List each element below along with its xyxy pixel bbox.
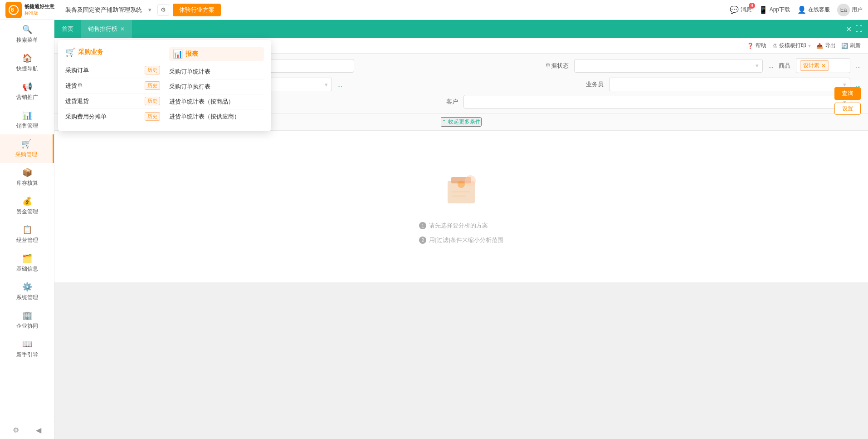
operations-icon: 📋 — [22, 225, 32, 235]
purchase-dropdown-menu: 🛒 采购业务 采购订单 历史 进货单 历史 进货退货 历史 采购费用分摊单 历史 — [58, 40, 271, 131]
history-badge-3: 历史 — [145, 112, 160, 121]
sidebar-item-finance[interactable]: 💰 资金管理 — [0, 192, 54, 220]
system-icon: ⚙️ — [22, 282, 32, 292]
dropdown-item-report-3[interactable]: 进货单统计表（按商品） — [169, 94, 264, 109]
dropdown-item-purchase-receipt[interactable]: 进货单 历史 — [65, 78, 160, 94]
collapse-btn[interactable]: ⌃ 收起更多条件 — [441, 117, 482, 127]
sidebar-item-enterprise[interactable]: 🏢 企业协同 — [0, 306, 54, 335]
export-icon: 📤 — [816, 43, 823, 49]
history-badge-1: 历史 — [145, 81, 160, 90]
report-col: 📊 报表 采购订单统计表 采购订单执行表 进货单统计表（按商品） 进货单统计表（… — [169, 47, 264, 124]
dropdown-item-purchase-order[interactable]: 采购订单 历史 — [65, 63, 160, 78]
svg-point-7 — [465, 175, 476, 186]
svg-text:6: 6 — [11, 7, 14, 13]
sidebar-item-basic[interactable]: 🗂️ 基础信息 — [0, 249, 54, 277]
ranking-more-btn[interactable]: ... — [337, 81, 342, 88]
purchase-col-title: 🛒 采购业务 — [65, 47, 160, 57]
purchase-col: 🛒 采购业务 采购订单 历史 进货单 历史 进货退货 历史 采购费用分摊单 历史 — [65, 47, 160, 124]
logo-icon: 6 — [5, 2, 22, 18]
sidebar-item-newbie[interactable]: 📖 新手引导 — [0, 335, 54, 363]
dropdown-item-report-1[interactable]: 采购订单统计表 — [169, 64, 264, 79]
history-badge-0: 历史 — [145, 66, 160, 74]
sidebar-item-quicknav[interactable]: 🏠 快捷导航 — [0, 49, 54, 77]
svg-rect-5 — [452, 191, 470, 192]
topbar: 6 畅捷通好生意 标准版 装备及固定资产辅助管理系统 ▾ ⚙ 体验行业方案 💬 … — [0, 0, 868, 20]
voucher-status-select[interactable]: ▾ — [574, 59, 763, 73]
inventory-icon: 📦 — [22, 168, 32, 178]
sidebar-item-operations[interactable]: 📋 经营管理 — [0, 220, 54, 249]
tab-fullscreen-btn[interactable]: ⛶ — [855, 25, 863, 33]
tab-close-btn[interactable]: ✕ — [120, 26, 125, 32]
customer-select[interactable]: ▾ — [463, 95, 851, 109]
sidebar-bottom: ⚙ ◀ — [0, 421, 54, 439]
sidebar-item-sales[interactable]: 📊 销售管理 — [0, 106, 54, 134]
dropdown-item-purchase-expense[interactable]: 采购费用分摊单 历史 — [65, 109, 160, 124]
industry-btn[interactable]: 体验行业方案 — [173, 4, 221, 16]
svg-rect-6 — [452, 195, 466, 197]
sidebar-item-system[interactable]: ⚙️ 系统管理 — [0, 277, 54, 306]
marketing-icon: 📢 — [22, 82, 32, 92]
topbar-right: 💬 消息 9 📱 App下载 👤 在线客服 Ea 用户 — [730, 4, 863, 16]
sidebar: 🔍 搜索菜单 🏠 快捷导航 📢 营销推广 📊 销售管理 🛒 采购管理 📦 库存核… — [0, 20, 54, 439]
user-btn[interactable]: Ea 用户 — [837, 4, 863, 16]
system-name: 装备及固定资产辅助管理系统 — [65, 6, 142, 14]
refresh-icon: 🔄 — [841, 43, 848, 49]
enterprise-icon: 🏢 — [22, 311, 32, 321]
query-btn-area: 查询 设置 — [834, 87, 861, 115]
logo-text: 畅捷通好生意 标准版 — [24, 3, 54, 16]
app-download-btn[interactable]: 📱 App下载 — [759, 5, 790, 14]
avatar: Ea — [837, 4, 850, 16]
message-btn[interactable]: 💬 消息 9 — [730, 5, 751, 14]
dropdown-item-purchase-return[interactable]: 进货退货 历史 — [65, 94, 160, 109]
report-col-title: 📊 报表 — [169, 47, 264, 61]
home-icon: 🏠 — [22, 53, 32, 63]
tab-home[interactable]: 首页 — [54, 20, 81, 38]
collapse-icon: ⌃ — [442, 119, 446, 125]
toolbar-right: ❓ 帮助 🖨 按模板打印 ▾ 📤 导出 🔄 刷新 — [747, 42, 861, 49]
goods-tag: 设计素 ✕ — [800, 60, 829, 71]
print-dropdown-icon: ▾ — [808, 43, 811, 49]
finance-icon: 💰 — [22, 196, 32, 206]
message-badge: 9 — [749, 3, 755, 9]
help-icon: ❓ — [747, 43, 754, 49]
svg-point-4 — [458, 181, 465, 188]
export-btn[interactable]: 📤 导出 — [816, 42, 836, 49]
goods-more-btn[interactable]: ... — [856, 62, 861, 69]
online-service-btn[interactable]: 👤 在线客服 — [797, 5, 830, 14]
empty-illustration — [439, 167, 484, 212]
sidebar-collapse-btn[interactable]: ◀ — [36, 426, 41, 434]
dropdown-item-report-4[interactable]: 进货单统计表（按供应商） — [169, 109, 264, 124]
refresh-btn[interactable]: 🔄 刷新 — [841, 42, 861, 49]
search-icon: 🔍 — [22, 25, 32, 35]
sales-icon: 📊 — [22, 110, 32, 120]
salesman-select[interactable]: ▾ — [609, 78, 850, 91]
sidebar-item-search[interactable]: 🔍 搜索菜单 — [0, 20, 54, 49]
goods-tag-close[interactable]: ✕ — [821, 63, 826, 69]
system-dropdown-btn[interactable]: ▾ — [146, 6, 154, 14]
sidebar-item-inventory[interactable]: 📦 库存核算 — [0, 163, 54, 192]
history-badge-2: 历史 — [145, 97, 160, 105]
purchase-icon: 🛒 — [21, 139, 31, 149]
basic-icon: 🗂️ — [22, 253, 32, 263]
goods-input[interactable]: 设计素 ✕ — [796, 58, 850, 73]
settings-btn[interactable]: 设置 — [834, 103, 861, 115]
sidebar-item-purchase[interactable]: 🛒 采购管理 — [0, 134, 54, 163]
help-btn[interactable]: ❓ 帮助 — [747, 42, 766, 49]
system-settings-btn[interactable]: ⚙ — [157, 4, 169, 16]
tab-sales-ranking[interactable]: 销售排行榜 ✕ — [81, 20, 132, 38]
dropdown-item-report-2[interactable]: 采购订单执行表 — [169, 79, 264, 94]
tabbar: 首页 销售排行榜 ✕ ✕ ⛶ — [54, 20, 868, 38]
print-btn[interactable]: 🖨 按模板打印 ▾ — [772, 42, 811, 49]
newbie-icon: 📖 — [22, 339, 32, 349]
tab-window-close-btn[interactable]: ✕ — [846, 25, 852, 34]
empty-text: 1 请先选择要分析的方案 2 用[过滤]条件来缩小分析范围 — [419, 220, 503, 246]
voucher-status-more-btn[interactable]: ... — [768, 62, 773, 69]
sidebar-item-marketing[interactable]: 📢 营销推广 — [0, 77, 54, 106]
print-icon: 🖨 — [772, 43, 777, 49]
logo-area: 6 畅捷通好生意 标准版 — [5, 2, 60, 18]
query-btn[interactable]: 查询 — [834, 87, 861, 100]
dropdown-cols: 🛒 采购业务 采购订单 历史 进货单 历史 进货退货 历史 采购费用分摊单 历史 — [65, 47, 264, 124]
topbar-nav: 装备及固定资产辅助管理系统 ▾ ⚙ 体验行业方案 — [60, 4, 730, 16]
empty-state: 1 请先选择要分析的方案 2 用[过滤]条件来缩小分析范围 — [54, 131, 868, 282]
sidebar-settings-btn[interactable]: ⚙ — [13, 426, 19, 434]
